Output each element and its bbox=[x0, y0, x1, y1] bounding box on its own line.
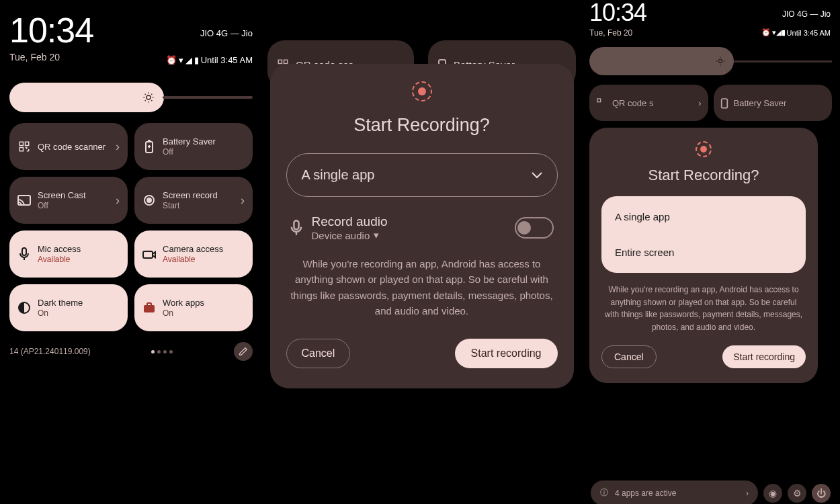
svg-rect-9 bbox=[143, 251, 153, 258]
svg-point-16 bbox=[718, 59, 722, 62]
build-number: 14 (AP21.240119.009) bbox=[9, 347, 91, 356]
svg-rect-2 bbox=[26, 142, 29, 145]
svg-rect-18 bbox=[721, 99, 727, 108]
record-icon bbox=[412, 81, 432, 101]
record-icon bbox=[142, 194, 156, 207]
dark-theme-icon bbox=[17, 301, 31, 314]
chevron-right-icon: › bbox=[746, 489, 749, 498]
mini-tile-qr[interactable]: QR code s› bbox=[589, 85, 708, 121]
chevron-down-icon bbox=[532, 172, 542, 179]
tile-mic-access[interactable]: Mic accessAvailable bbox=[9, 230, 128, 278]
mic-icon bbox=[290, 220, 302, 236]
tile-camera-access[interactable]: Camera accessAvailable bbox=[134, 230, 253, 278]
settings-icon[interactable]: ⚙ bbox=[788, 484, 806, 503]
svg-rect-13 bbox=[284, 60, 288, 63]
mini-tile-battery[interactable]: Battery Saver bbox=[714, 85, 833, 121]
wifi-icon: ▾ bbox=[179, 55, 183, 65]
option-single-app[interactable]: A single app bbox=[601, 199, 806, 235]
recording-dialog-options: Start Recording? A single app Entire scr… bbox=[589, 128, 818, 383]
active-apps-pill[interactable]: ⓘ 4 apps are active › bbox=[591, 480, 758, 504]
mic-icon bbox=[17, 247, 31, 261]
brightness-slider[interactable] bbox=[589, 47, 832, 75]
svg-rect-8 bbox=[22, 248, 26, 255]
brightness-slider[interactable] bbox=[9, 83, 253, 112]
dropdown-arrow-icon: ▾ bbox=[374, 229, 379, 241]
user-icon[interactable]: ◉ bbox=[763, 484, 782, 503]
svg-point-7 bbox=[147, 198, 151, 202]
svg-rect-1 bbox=[19, 142, 23, 145]
work-icon bbox=[142, 301, 156, 314]
tile-screen-record[interactable]: Screen recordStart › bbox=[134, 177, 253, 224]
chevron-right-icon: › bbox=[116, 140, 120, 154]
svg-rect-17 bbox=[597, 99, 601, 102]
warning-text: While you're recording an app, Android h… bbox=[286, 256, 558, 319]
tile-screen-cast[interactable]: Screen CastOff › bbox=[9, 177, 128, 224]
tile-qr-scanner[interactable]: QR code scanner › bbox=[9, 123, 128, 170]
tile-battery-saver[interactable]: Battery SaverOff bbox=[134, 123, 253, 170]
svg-rect-3 bbox=[19, 148, 23, 151]
info-icon: ⓘ bbox=[600, 487, 608, 499]
dialog-title: Start Recording? bbox=[353, 115, 490, 136]
svg-rect-12 bbox=[278, 60, 282, 63]
audio-title: Record audio bbox=[312, 214, 505, 229]
status-alarm: ⏰ ▾ ◢ ▮ Until 3:45 AM bbox=[166, 55, 253, 65]
warning-text: While you're recording an app, Android h… bbox=[601, 284, 806, 333]
scope-dropdown[interactable]: A single app bbox=[286, 153, 558, 197]
svg-point-0 bbox=[146, 95, 151, 99]
cancel-button[interactable]: Cancel bbox=[601, 345, 657, 368]
audio-source-dropdown[interactable]: Device audio ▾ bbox=[312, 229, 505, 241]
start-recording-button[interactable]: Start recording bbox=[722, 345, 806, 368]
option-entire-screen[interactable]: Entire screen bbox=[601, 235, 806, 270]
camera-icon bbox=[142, 247, 156, 261]
chevron-right-icon: › bbox=[241, 194, 245, 208]
signal-icon: ◢ bbox=[185, 55, 192, 65]
status-carrier: JIO 4G — Jio bbox=[200, 28, 253, 38]
status-alarm: ⏰▾◢▮Until 3:45 AM bbox=[761, 28, 831, 37]
recording-dialog: Start Recording? A single app Record aud… bbox=[270, 64, 574, 388]
power-icon[interactable]: ⏻ bbox=[812, 484, 831, 503]
cancel-button[interactable]: Cancel bbox=[286, 339, 351, 368]
tile-work-apps[interactable]: Work appsOn bbox=[134, 284, 253, 331]
battery-icon: ▮ bbox=[194, 55, 199, 65]
page-indicator bbox=[151, 350, 173, 353]
svg-rect-11 bbox=[144, 305, 155, 312]
alarm-icon: ⏰ bbox=[166, 55, 177, 65]
dialog-title: Start Recording? bbox=[648, 167, 759, 184]
svg-rect-15 bbox=[294, 220, 298, 229]
start-recording-button[interactable]: Start recording bbox=[455, 339, 558, 368]
brightness-icon bbox=[142, 91, 155, 103]
edit-button[interactable] bbox=[234, 342, 253, 361]
chevron-right-icon: › bbox=[116, 194, 120, 208]
status-carrier: JIO 4G — Jio bbox=[782, 9, 831, 19]
cast-icon bbox=[17, 194, 31, 207]
qr-icon bbox=[17, 140, 31, 153]
battery-saver-icon bbox=[142, 140, 156, 153]
tile-dark-theme[interactable]: Dark themeOn bbox=[9, 284, 128, 331]
audio-toggle[interactable] bbox=[515, 217, 554, 239]
record-icon bbox=[696, 141, 712, 157]
